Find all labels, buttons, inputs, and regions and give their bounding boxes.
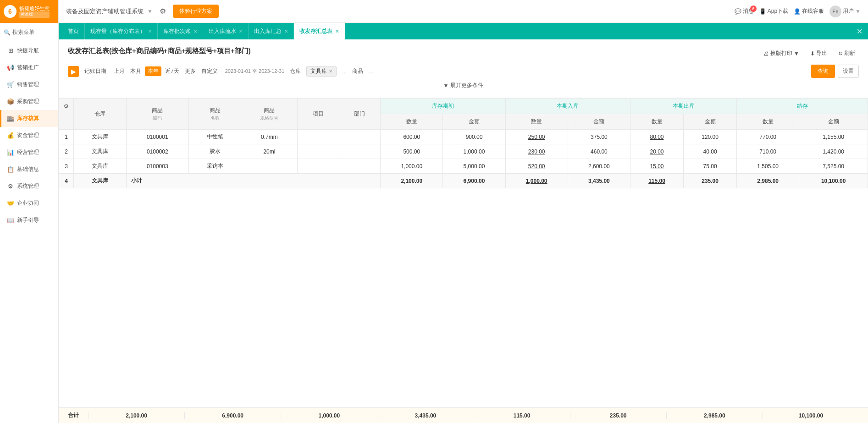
goods-more[interactable]: ... — [369, 68, 373, 75]
query-button[interactable]: 查询 — [811, 65, 835, 78]
header-settings-button[interactable]: ⚙ — [156, 5, 169, 18]
expand-more-button[interactable]: ▼ 展开更多条件 — [443, 82, 484, 89]
th-settings[interactable]: ⚙ — [59, 99, 74, 114]
sidebar-item-purchase[interactable]: 📦 采购管理 — [0, 93, 58, 110]
settings-button[interactable]: 设置 — [838, 65, 859, 78]
tab-inout-flow[interactable]: 出入库流水 ✕ — [203, 23, 249, 39]
date-range: 2023-01-01 至 2023-12-31 — [225, 68, 285, 75]
message-item[interactable]: 💬 消息 6 — [735, 7, 754, 15]
warehouse-more[interactable]: ... — [342, 68, 347, 75]
th-balance-group: 结存 — [737, 99, 868, 114]
row3-no: 3 — [59, 159, 74, 174]
sidebar-item-base[interactable]: 📋 基础信息 — [0, 161, 58, 178]
row2-no: 2 — [59, 144, 74, 159]
row1-out-qty[interactable]: 80.00 — [630, 130, 683, 144]
expand-label: 展开更多条件 — [450, 82, 483, 89]
trial-button[interactable]: 体验行业方案 — [173, 5, 219, 18]
row3-warehouse: 文具库 — [74, 159, 127, 174]
footer-opening-amount: 6,900.00 — [184, 412, 281, 419]
footer-out-qty: 115.00 — [474, 412, 570, 419]
subtotal-in-qty[interactable]: 1,000.00 — [505, 174, 568, 188]
tab-batch-account-close[interactable]: ✕ — [194, 29, 197, 34]
tab-home[interactable]: 首页 — [62, 23, 85, 39]
print-btn[interactable]: 🖨 换版打印 ▼ — [760, 48, 803, 59]
tab-inout-summary-close[interactable]: ✕ — [284, 29, 288, 34]
row3-opening-amount: 5,000.00 — [443, 159, 505, 174]
tab-inventory-dist[interactable]: 现存量（库存分布表） ✕ — [85, 23, 158, 39]
app-download-item[interactable]: 📱 App下载 — [759, 7, 788, 15]
tab-recv-send-summary[interactable]: 收发存汇总表 ✕ — [294, 23, 345, 39]
message-badge: 6 — [750, 5, 757, 12]
sidebar-item-guide[interactable]: 📖 新手引导 — [0, 212, 58, 229]
row2-out-qty[interactable]: 20.00 — [630, 144, 683, 159]
export-btn[interactable]: ⬇ 导出 — [807, 48, 831, 59]
sidebar-item-quick-nav[interactable]: ⊞ 快捷导航 — [0, 42, 58, 59]
content-area: 收发存汇总表(按仓库+商品编码+商品+规格型号+项目+部门) 🖨 换版打印 ▼ … — [59, 39, 868, 423]
refresh-btn[interactable]: ↻ 刷新 — [835, 48, 859, 59]
filter-bar: ▶ 记账日期 上月 本月 本年 近7天 更多 自定义 2023-01-01 至 … — [68, 65, 859, 78]
sidebar-item-marketing[interactable]: 📢 营销推广 — [0, 59, 58, 76]
quick-nav-icon: ⊞ — [7, 47, 14, 55]
online-service-item[interactable]: 👤 在线客服 — [794, 7, 824, 15]
tab-inventory-dist-label: 现存量（库存分布表） — [90, 27, 145, 35]
sidebar-item-operation[interactable]: 📊 经营管理 — [0, 144, 58, 161]
subtotal-out-qty[interactable]: 115.00 — [630, 174, 683, 188]
date-btn-7days[interactable]: 近7天 — [163, 66, 181, 76]
table-row: 3 文具库 0100003 采访本 1,000.00 5,000.00 520.… — [59, 159, 868, 174]
collab-icon: 🤝 — [7, 200, 14, 207]
row3-in-qty[interactable]: 520.00 — [505, 159, 568, 174]
sidebar-item-label: 资金管理 — [17, 132, 39, 139]
tab-recv-send-summary-close[interactable]: ✕ — [335, 29, 339, 34]
date-btn-custom[interactable]: 自定义 — [199, 66, 220, 76]
date-btn-this-year[interactable]: 本年 — [145, 66, 161, 76]
sidebar-item-label: 快捷导航 — [17, 47, 39, 55]
row3-in-amount: 2,600.00 — [568, 159, 630, 174]
th-opening-qty: 数量 — [381, 114, 443, 130]
sidebar-item-inventory[interactable]: 🏬 库存核算 — [0, 110, 58, 127]
row3-out-qty[interactable]: 15.00 — [630, 159, 683, 174]
tab-inout-flow-close[interactable]: ✕ — [239, 29, 243, 34]
page-header: 收发存汇总表(按仓库+商品编码+商品+规格型号+项目+部门) 🖨 换版打印 ▼ … — [59, 39, 868, 98]
sidebar-item-label: 营销推广 — [17, 64, 39, 71]
tab-batch-account[interactable]: 库存批次账 ✕ — [158, 23, 203, 39]
row2-in-qty[interactable]: 230.00 — [505, 144, 568, 159]
search-label: 搜索菜单 — [12, 28, 34, 36]
subtotal-out-amount: 235.00 — [684, 174, 737, 188]
tab-inout-summary[interactable]: 出入库汇总 ✕ — [249, 23, 294, 39]
date-btn-this-month[interactable]: 本月 — [128, 66, 143, 76]
row3-goods-spec — [241, 159, 298, 174]
top-header: 装备及固定资产辅助管理系统 ▼ ⚙ 体验行业方案 💬 消息 6 📱 App下载 … — [59, 0, 868, 23]
date-btn-last-month[interactable]: 上月 — [112, 66, 127, 76]
th-goods-code: 商品编码 — [126, 99, 188, 130]
th-out-group: 本期出库 — [630, 99, 736, 114]
user-item[interactable]: Ea 用户 ▼ — [829, 5, 861, 17]
row1-in-qty[interactable]: 250.00 — [505, 130, 568, 144]
search-menu-button[interactable]: 🔍 搜索菜单 — [4, 27, 55, 38]
sidebar-item-system[interactable]: ⚙ 系统管理 — [0, 178, 58, 195]
sidebar-item-label: 经营管理 — [17, 148, 39, 156]
sidebar-item-sales[interactable]: 🛒 销售管理 — [0, 76, 58, 93]
system-title: 装备及固定资产辅助管理系统 — [66, 7, 144, 16]
warehouse-tag-close[interactable]: ✕ — [329, 69, 332, 74]
row3-balance-amount: 7,525.00 — [799, 159, 868, 174]
sidebar-item-label: 库存核算 — [17, 115, 39, 122]
tab-inventory-dist-close[interactable]: ✕ — [148, 29, 152, 34]
footer-in-qty: 1,000.00 — [281, 412, 377, 419]
sidebar-item-finance[interactable]: 💰 资金管理 — [0, 127, 58, 144]
subtotal-no: 4 — [59, 174, 74, 188]
tabs-close-all-button[interactable]: ✕ — [855, 27, 864, 36]
inventory-icon: 🏬 — [7, 115, 14, 122]
table-container: ⚙ 仓库 商品编码 商品名称 商品规格型号 项目 部门 库存期初 本期入库 本期… — [59, 98, 868, 216]
date-btn-more[interactable]: 更多 — [183, 66, 198, 76]
marketing-icon: 📢 — [7, 64, 14, 71]
row2-out-amount: 40.00 — [684, 144, 737, 159]
sidebar-item-collab[interactable]: 🤝 企业协同 — [0, 195, 58, 212]
row3-goods-name: 采访本 — [188, 159, 241, 174]
th-project: 项目 — [298, 99, 339, 130]
filter-toggle-button[interactable]: ▶ — [68, 66, 79, 77]
sidebar: 6 畅捷通好生意 标准版 🔍 搜索菜单 ⊞ 快捷导航 📢 营销推广 🛒 销售管理… — [0, 0, 59, 423]
row3-balance-qty: 1,505.00 — [737, 159, 799, 174]
service-icon: 👤 — [794, 8, 801, 15]
app-download-label: App下载 — [768, 7, 788, 15]
operation-icon: 📊 — [7, 149, 14, 156]
